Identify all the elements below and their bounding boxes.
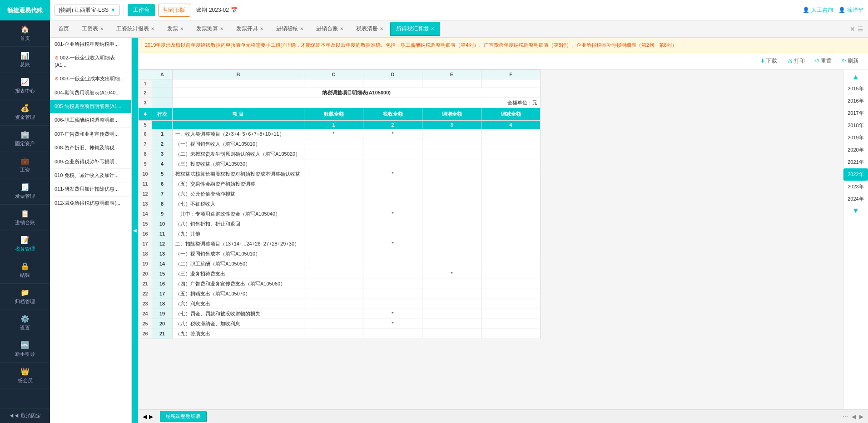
left-panel-item-005[interactable]: 005-纳税调整项目明细表(A1... xyxy=(50,100,131,113)
tab-purchase-check-close[interactable]: ✕ xyxy=(300,26,303,31)
year-item-2024[interactable]: 2024年 xyxy=(843,193,868,205)
cell-a23[interactable]: 18 xyxy=(152,299,173,309)
year-item-2018[interactable]: 2018年 xyxy=(843,119,868,132)
cell-d26[interactable] xyxy=(363,329,422,339)
cell-c19[interactable] xyxy=(304,259,363,269)
cell-e15[interactable] xyxy=(422,219,481,229)
cell-d25[interactable]: * xyxy=(363,319,422,329)
tab-purchase-ledger[interactable]: 进销台账 ✕ xyxy=(310,22,349,36)
cell-e11[interactable] xyxy=(422,179,481,189)
cell-c23[interactable] xyxy=(304,299,363,309)
tab-invoice-issue-close[interactable]: ✕ xyxy=(260,26,263,31)
cell-a20[interactable]: 15 xyxy=(152,269,173,279)
cell-f18[interactable] xyxy=(481,249,541,259)
left-panel-item-003[interactable]: ⊗003-一般企业成本支出明细... xyxy=(50,72,131,86)
cell-a9[interactable]: 4 xyxy=(152,159,173,169)
cell-f19[interactable] xyxy=(481,259,541,269)
left-panel-item-001[interactable]: 001-企业所得税年度纳税申... xyxy=(50,38,131,51)
spreadsheet-scroll[interactable]: A B C D E F 1 xyxy=(138,69,843,410)
cell-e17[interactable] xyxy=(422,239,481,249)
cell-c6[interactable]: * xyxy=(304,129,363,139)
cell-f8[interactable] xyxy=(481,149,541,159)
cell-f24[interactable] xyxy=(481,309,541,319)
cell-b7[interactable]: （一）视同销售收入（填写A105010） xyxy=(173,139,304,149)
cell-c8[interactable] xyxy=(304,149,363,159)
tab-payroll[interactable]: 工资表 ✕ xyxy=(76,22,109,36)
cell-d16[interactable] xyxy=(363,229,422,239)
cell-b11[interactable]: （五）交易性金融资产初始投资调整 xyxy=(173,179,304,189)
panel-collapse-button[interactable]: ◀ xyxy=(132,38,138,423)
left-panel-item-011[interactable]: 011-研发费用加计扣除优惠... xyxy=(50,182,131,196)
cell-a16[interactable]: 11 xyxy=(152,229,173,239)
year-nav-down[interactable]: ▼ xyxy=(851,205,861,216)
cell-b22[interactable]: （五）捐赠支出（填写A105070） xyxy=(173,289,304,299)
left-panel-item-006[interactable]: 006-职工薪酬纳税调整明细... xyxy=(50,113,131,127)
cell-c11[interactable] xyxy=(304,179,363,189)
sheet-nav-left[interactable]: ◀ ▶ xyxy=(143,413,153,420)
cell-a12[interactable]: 7 xyxy=(152,189,173,199)
cell-a6[interactable]: 1 xyxy=(152,129,173,139)
cell-d14[interactable]: * xyxy=(363,209,422,219)
cell-b8[interactable]: （二）未按权责发生制原则确认的收入（填写A105020） xyxy=(173,149,304,159)
sidebar-item-member[interactable]: 👑 畅会员 xyxy=(0,363,50,389)
cell-d7[interactable] xyxy=(363,139,422,149)
cell-c9[interactable] xyxy=(304,159,363,169)
sidebar-item-tax[interactable]: 📝 税务管理 xyxy=(0,231,50,257)
cell-d18[interactable] xyxy=(363,249,422,259)
cell-b17[interactable]: 二、扣除类调整项目（13+14+...24+26+27+28+29+30） xyxy=(173,239,304,249)
sidebar-item-ledger[interactable]: 📊 总账 xyxy=(0,47,50,73)
cell-a17[interactable]: 12 xyxy=(152,239,173,249)
cell-c20[interactable] xyxy=(304,269,363,279)
cell-f20[interactable] xyxy=(481,269,541,279)
cell-a21[interactable]: 16 xyxy=(152,279,173,289)
cell-f13[interactable] xyxy=(481,199,541,209)
cell-f7[interactable] xyxy=(481,139,541,149)
cell-f6[interactable] xyxy=(481,129,541,139)
cell-f21[interactable] xyxy=(481,279,541,289)
cell-a7[interactable]: 2 xyxy=(152,139,173,149)
cell-c25[interactable] xyxy=(304,319,363,329)
cell-d24[interactable]: * xyxy=(363,309,422,319)
tab-invoice-issue[interactable]: 发票开具 ✕ xyxy=(230,22,269,36)
tab-invoice-calc[interactable]: 发票测算 ✕ xyxy=(190,22,229,36)
cell-b16[interactable]: （九）其他 xyxy=(173,229,304,239)
cell-d6[interactable]: * xyxy=(363,129,422,139)
cell-c26[interactable] xyxy=(304,329,363,339)
tab-home[interactable]: 首页 xyxy=(52,22,75,36)
cell-c10[interactable] xyxy=(304,169,363,179)
sidebar-item-settings[interactable]: ⚙️ 设置 xyxy=(0,310,50,336)
sidebar-item-guide[interactable]: 🆕 新手引导 xyxy=(0,336,50,363)
cell-f16[interactable] xyxy=(481,229,541,239)
cell-c14[interactable] xyxy=(304,209,363,219)
cell-d19[interactable] xyxy=(363,259,422,269)
cell-b9[interactable]: （三）投资收益（填写A105030） xyxy=(173,159,304,169)
cell-a19[interactable]: 14 xyxy=(152,259,173,269)
cell-f22[interactable] xyxy=(481,289,541,299)
cell-b13[interactable]: （七）不征税收入 xyxy=(173,199,304,209)
cell-a25[interactable]: 20 xyxy=(152,319,173,329)
cell-a26[interactable]: 21 xyxy=(152,329,173,339)
left-panel-item-004[interactable]: 004-期间费用明细表(A1040... xyxy=(50,86,131,100)
sidebar-item-payroll[interactable]: 💼 工资 xyxy=(0,152,50,178)
tab-purchase-check[interactable]: 进销稽核 ✕ xyxy=(270,22,309,36)
cell-b19[interactable]: （二）职工薪酬（填写A105050） xyxy=(173,259,304,269)
cell-b20[interactable]: （三）业务招待费支出 xyxy=(173,269,304,279)
sidebar-item-purchase[interactable]: 📋 进销台账 xyxy=(0,205,50,231)
cell-b14[interactable]: 其中：专项用途财政性资金（填写A105040） xyxy=(173,209,304,219)
cell-e8[interactable] xyxy=(422,149,481,159)
year-item-2022[interactable]: 2022年 xyxy=(843,168,868,181)
cell-b23[interactable]: （六）利息支出 xyxy=(173,299,304,309)
cell-a11[interactable]: 6 xyxy=(152,179,173,189)
sidebar-item-fixed[interactable]: 🏢 固定资产 xyxy=(0,126,50,152)
close-all-tabs[interactable]: ✕ ☰ xyxy=(848,25,866,33)
sheet-next-icon[interactable]: ▶ xyxy=(149,413,153,420)
cell-d13[interactable] xyxy=(363,199,422,209)
tab-tax-clear[interactable]: 税表清册 ✕ xyxy=(350,22,389,36)
year-item-2021[interactable]: 2021年 xyxy=(843,156,868,168)
cell-c17[interactable] xyxy=(304,239,363,249)
cell-e20[interactable]: * xyxy=(422,269,481,279)
cell-e18[interactable] xyxy=(422,249,481,259)
cell-e22[interactable] xyxy=(422,289,481,299)
company-select[interactable]: (物副) 江西股宝-LSS ▼ xyxy=(55,5,120,16)
cell-e6[interactable] xyxy=(422,129,481,139)
